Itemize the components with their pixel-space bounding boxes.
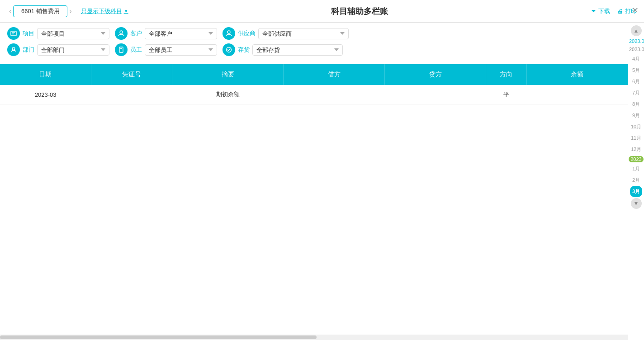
timeline-month-7[interactable]: 7月 — [628, 87, 644, 99]
filter-row-2: 部门 全部部门 员工 全部员工 存货 全部存货 — [7, 43, 637, 56]
table-row: 2023-03期初余额平 — [0, 85, 628, 104]
project-label: 项目 — [23, 29, 34, 38]
cell-direction: 平 — [486, 85, 527, 104]
supplier-select[interactable]: 全部供应商 — [258, 28, 349, 39]
staff-select[interactable]: 全部员工 — [145, 44, 217, 56]
timeline-sidebar: ▲ 2023.03 2023.03 4月 5月 6月 7月 8月 9月 10月 … — [628, 23, 644, 340]
ledger-table: 日期 凭证号 摘要 借方 贷方 方向 余额 2023-03期初余额平 — [0, 64, 628, 104]
show-sub-label: 只显示下级科目 — [81, 7, 122, 15]
next-account-button[interactable]: › — [67, 7, 73, 15]
svg-point-3 — [227, 31, 230, 33]
col-date: 日期 — [0, 64, 91, 85]
timeline-month-11[interactable]: 11月 — [628, 132, 644, 144]
scrollbar-thumb[interactable] — [0, 335, 317, 339]
filter-area: 项目 全部项目 客户 全部客户 供应商 全部供 — [0, 23, 644, 64]
goods-icon — [223, 43, 235, 56]
timeline-year1-active[interactable]: 2023.03 — [628, 37, 644, 45]
svg-point-8 — [227, 47, 232, 52]
svg-point-4 — [12, 47, 15, 50]
cell-balance — [526, 85, 628, 104]
timeline-month-12[interactable]: 12月 — [628, 144, 644, 155]
download-icon: ⏷ — [591, 8, 597, 14]
timeline-month-9[interactable]: 9月 — [628, 110, 644, 121]
filter-dept: 部门 全部部门 — [7, 43, 109, 56]
page-title: 科目辅助多栏账 — [128, 6, 591, 17]
col-balance: 余额 — [526, 64, 628, 85]
dept-icon — [7, 43, 20, 56]
col-debit: 借方 — [284, 64, 385, 85]
goods-select[interactable]: 全部存货 — [252, 44, 343, 56]
filter-customer: 客户 全部客户 — [115, 27, 217, 40]
timeline-month-5[interactable]: 5月 — [628, 65, 644, 76]
filter-goods: 存货 全部存货 — [223, 43, 343, 56]
filter-project: 项目 全部项目 — [7, 27, 109, 40]
timeline-month-6[interactable]: 6月 — [628, 76, 644, 87]
show-sub-button[interactable]: 只显示下级科目 ▼ — [81, 7, 128, 15]
cell-voucher — [91, 85, 172, 104]
dept-select[interactable]: 全部部门 — [37, 44, 109, 56]
customer-label: 客户 — [130, 29, 142, 38]
filter-row-1: 项目 全部项目 客户 全部客户 供应商 全部供 — [7, 27, 637, 40]
account-code: 6601 销售费用 — [13, 5, 67, 17]
cell-credit — [385, 85, 486, 104]
timeline-month-4[interactable]: 4月 — [628, 53, 644, 65]
svg-rect-0 — [11, 31, 16, 36]
timeline-month-8[interactable]: 8月 — [628, 99, 644, 110]
timeline-month-10[interactable]: 10月 — [628, 121, 644, 132]
ledger-table-container: 日期 凭证号 摘要 借方 贷方 方向 余额 2023-03期初余额平 — [0, 64, 628, 335]
filter-supplier: 供应商 全部供应商 — [223, 27, 349, 40]
project-icon — [7, 27, 20, 40]
col-direction: 方向 — [486, 64, 527, 85]
supplier-label: 供应商 — [238, 29, 256, 38]
close-button[interactable]: ✕ — [632, 5, 639, 15]
svg-rect-7 — [120, 50, 122, 50]
prev-account-button[interactable]: ‹ — [7, 7, 13, 15]
filter-staff: 员工 全部员工 — [115, 43, 217, 56]
goods-label: 存货 — [238, 46, 250, 54]
customer-select[interactable]: 全部客户 — [145, 28, 217, 39]
svg-rect-6 — [120, 48, 122, 49]
horizontal-scrollbar[interactable] — [0, 335, 628, 340]
timeline-month-2[interactable]: 2月 — [628, 175, 644, 186]
timeline-month-3-active[interactable]: 3月 — [630, 186, 642, 197]
cell-debit — [284, 85, 385, 104]
col-summary: 摘要 — [172, 64, 284, 85]
timeline-month-1[interactable]: 1月 — [628, 163, 644, 175]
staff-icon — [115, 43, 128, 56]
customer-icon — [115, 27, 128, 40]
cell-date: 2023-03 — [0, 85, 91, 104]
timeline-down-button[interactable]: ▼ — [631, 198, 642, 209]
dropdown-icon: ▼ — [124, 9, 128, 14]
project-select[interactable]: 全部项目 — [37, 28, 109, 39]
timeline-year-badge[interactable]: 2023 — [629, 156, 643, 162]
timeline-up-button[interactable]: ▲ — [631, 25, 642, 36]
supplier-icon — [223, 27, 235, 40]
cell-summary: 期初余额 — [172, 85, 284, 104]
staff-label: 员工 — [130, 46, 142, 54]
timeline-year1-normal[interactable]: 2023.03 — [628, 45, 644, 53]
col-credit: 贷方 — [385, 64, 486, 85]
dept-label: 部门 — [23, 46, 34, 54]
download-button[interactable]: ⏷ 下载 — [591, 7, 610, 15]
print-icon: 🖨 — [617, 8, 623, 14]
col-voucher: 凭证号 — [91, 64, 172, 85]
